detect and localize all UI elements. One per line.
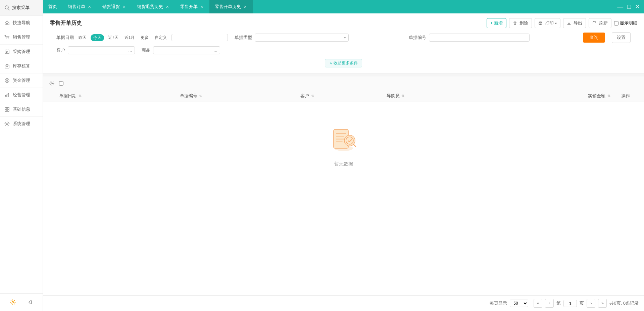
sidebar-item-sys-mgmt[interactable]: 系统管理 xyxy=(0,117,43,131)
refresh-button[interactable]: 刷新 xyxy=(589,18,611,28)
tab-sales-order[interactable]: 销售订单 ✕ xyxy=(62,0,97,13)
filter-area: 单据日期 昨天 今天 近7天 近1月 更多 自定义 2023-06-02 至 2… xyxy=(50,32,637,73)
per-page-select[interactable]: 50 10 20 100 xyxy=(510,300,528,307)
col-date[interactable]: 单据日期 ⇅ xyxy=(55,90,176,102)
tab-retail-open-history[interactable]: 零售开单历史 ✕ xyxy=(209,0,253,13)
svg-line-1 xyxy=(8,9,9,10)
main-area: 首页 销售订单 ✕ 销货退货 ✕ 销货退货历史 ✕ 零售开单 ✕ 零售开单历史 … xyxy=(43,0,644,311)
print-label: 打印 xyxy=(545,20,554,26)
window-min-button[interactable]: — xyxy=(617,3,623,10)
date-more[interactable]: 更多 xyxy=(139,34,151,41)
display-detail-label: 显示明细 xyxy=(620,20,637,26)
settings-query-button[interactable]: 设置 xyxy=(612,32,631,43)
date-today[interactable]: 今天 xyxy=(91,34,104,41)
type-select[interactable] xyxy=(255,34,349,42)
export-button[interactable]: 导出 xyxy=(563,18,586,28)
tab-sales-return-label: 销货退货 xyxy=(102,4,120,10)
tab-sales-return-history-close[interactable]: ✕ xyxy=(165,4,169,9)
tab-sales-order-close[interactable]: ✕ xyxy=(87,4,92,9)
filter-type: 单据类型 xyxy=(235,34,402,42)
ops-icon xyxy=(4,92,10,98)
tab-home[interactable]: 首页 xyxy=(43,0,62,13)
col-number-label: 单据编号 xyxy=(180,93,197,98)
sidebar-item-base-info[interactable]: 基础信息 xyxy=(0,102,43,117)
topbar-right: — □ ✕ xyxy=(617,3,644,10)
col-date-sort[interactable]: ⇅ xyxy=(79,94,82,98)
sidebar-item-finance[interactable]: 资金管理 xyxy=(0,73,43,88)
svg-point-2 xyxy=(6,39,7,39)
svg-rect-13 xyxy=(8,93,9,97)
col-number-sort[interactable]: ⇅ xyxy=(199,94,202,98)
date-options: 昨天 今天 近7天 近1月 更多 自定义 xyxy=(77,34,169,41)
window-close-button[interactable]: ✕ xyxy=(635,3,640,10)
sidebar-item-operations[interactable]: 经营管理 xyxy=(0,88,43,102)
sidebar-item-purchase-mgmt[interactable]: 采购管理 xyxy=(0,45,43,59)
date-7days[interactable]: 近7天 xyxy=(106,34,120,41)
goods-input[interactable] xyxy=(153,46,220,54)
svg-rect-27 xyxy=(336,139,345,140)
delete-button[interactable]: 删除 xyxy=(509,18,532,28)
col-number[interactable]: 单据编号 ⇅ xyxy=(176,90,297,102)
goods-more-icon[interactable]: … xyxy=(213,48,217,53)
purchase-icon xyxy=(4,49,10,55)
col-customer[interactable]: 客户 ⇅ xyxy=(296,90,382,102)
date-yesterday[interactable]: 昨天 xyxy=(77,34,89,41)
tab-sales-return-history[interactable]: 销货退货历史 ✕ xyxy=(132,0,175,13)
date-range-input[interactable]: 2023-06-02 至 2023-06-02 xyxy=(171,34,228,41)
svg-rect-21 xyxy=(539,22,542,24)
collapse-button[interactable]: ∧ 收起更多条件 xyxy=(325,59,362,67)
svg-rect-17 xyxy=(7,110,9,111)
tab-retail-open-label: 零售开单 xyxy=(180,4,198,10)
display-detail-checkbox[interactable] xyxy=(614,21,618,25)
date-custom[interactable]: 自定义 xyxy=(153,34,169,41)
toolbar: + 新增 删除 打印 ▾ 导出 xyxy=(487,18,637,28)
col-amount[interactable]: 实销金额 ⇅ xyxy=(486,90,617,102)
number-input[interactable] xyxy=(429,34,530,42)
sidebar-item-quick-nav[interactable]: 快捷导航 xyxy=(0,16,43,30)
query-button[interactable]: 查询 xyxy=(583,33,605,43)
col-customer-sort[interactable]: ⇅ xyxy=(311,94,314,98)
tab-sales-return-close[interactable]: ✕ xyxy=(121,4,126,9)
page-last-button[interactable]: » xyxy=(598,299,607,308)
sidebar-search[interactable]: 搜索采单 xyxy=(0,0,43,16)
tab-retail-open-history-close[interactable]: ✕ xyxy=(243,4,247,9)
customer-input[interactable] xyxy=(68,46,135,54)
sidebar-item-inventory[interactable]: 库存核算 xyxy=(0,59,43,73)
page-number-input[interactable] xyxy=(563,300,577,307)
filter-goods: 商品 … xyxy=(142,46,220,54)
empty-text: 暂无数据 xyxy=(334,161,353,167)
customer-more-icon[interactable]: … xyxy=(128,48,132,53)
col-salesperson[interactable]: 导购员 ⇅ xyxy=(383,90,486,102)
tab-sales-return[interactable]: 销货退货 ✕ xyxy=(97,0,132,13)
sidebar-item-sales-mgmt[interactable]: 销售管理 xyxy=(0,30,43,45)
topbar: 首页 销售订单 ✕ 销货退货 ✕ 销货退货历史 ✕ 零售开单 ✕ 零售开单历史 … xyxy=(43,0,644,13)
page-prev-button[interactable]: ‹ xyxy=(545,299,554,308)
tab-retail-open[interactable]: 零售开单 ✕ xyxy=(175,0,209,13)
settings-button[interactable] xyxy=(8,298,17,307)
refresh-label: 刷新 xyxy=(599,20,608,26)
col-salesperson-sort[interactable]: ⇅ xyxy=(401,94,404,98)
page-next-button[interactable]: › xyxy=(587,299,595,308)
add-button[interactable]: + 新增 xyxy=(487,18,506,28)
window-max-button[interactable]: □ xyxy=(627,3,631,10)
collapse-sidebar-button[interactable] xyxy=(25,298,35,307)
tab-retail-open-close[interactable]: ✕ xyxy=(199,4,204,9)
empty-state: 暂无数据 xyxy=(43,102,644,187)
filter-number: 单据编号 xyxy=(409,34,576,42)
page-title-row: 零售开单历史 + 新增 删除 打印 ▾ 导出 xyxy=(50,18,637,28)
table-settings-button[interactable] xyxy=(47,79,56,88)
type-label: 单据类型 xyxy=(235,35,252,41)
table-header-row: 单据日期 ⇅ 单据编号 ⇅ 客户 ⇅ xyxy=(43,90,644,102)
print-button[interactable]: 打印 ▾ xyxy=(535,18,560,28)
filter-customer: 客户 … xyxy=(56,46,135,54)
svg-rect-16 xyxy=(5,110,7,111)
sidebar-label-sys-mgmt: 系统管理 xyxy=(13,121,30,127)
table-container: 单据日期 ⇅ 单据编号 ⇅ 客户 ⇅ xyxy=(43,90,644,295)
select-all-checkbox[interactable] xyxy=(59,81,63,86)
col-amount-sort[interactable]: ⇅ xyxy=(607,94,610,98)
date-1month[interactable]: 近1月 xyxy=(122,34,137,41)
display-detail-toggle[interactable]: 显示明细 xyxy=(614,20,637,26)
info-icon xyxy=(4,106,10,112)
page-first-button[interactable]: « xyxy=(534,299,542,308)
sidebar-label-sales-mgmt: 销售管理 xyxy=(13,34,30,40)
